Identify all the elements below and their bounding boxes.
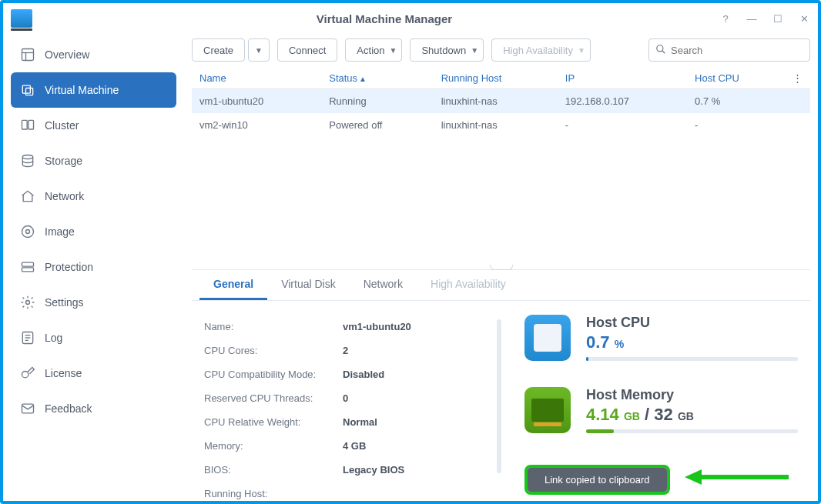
close-icon[interactable]: ✕ (798, 13, 810, 25)
kv-key: CPU Relative Weight: (204, 416, 343, 428)
sidebar-label: Virtual Machine (45, 84, 119, 96)
storage-icon (20, 153, 35, 169)
sidebar-label: Image (45, 225, 75, 238)
toolbar: Create ▼ Connect Action▼ Shutdown▼ High … (192, 38, 810, 62)
cluster-icon (20, 118, 35, 133)
svg-point-7 (22, 155, 32, 159)
col-host[interactable]: Running Host (434, 68, 558, 89)
connect-button[interactable]: Connect (277, 38, 337, 62)
kv-value: vm1-ubuntu20 (343, 321, 411, 332)
sidebar-item-virtual-machine[interactable]: Virtual Machine (11, 72, 176, 108)
sidebar-item-protection[interactable]: Protection (11, 249, 176, 285)
create-button[interactable]: Create (192, 38, 245, 62)
tab-network[interactable]: Network (350, 270, 417, 300)
cell-ip: 192.168.0.107 (558, 89, 687, 114)
minimize-icon[interactable]: ― (746, 13, 758, 25)
cell-host: linuxhint-nas (434, 89, 558, 114)
kv-value: 0 (343, 392, 348, 404)
sidebar-item-cluster[interactable]: Cluster (11, 108, 176, 143)
chevron-down-icon: ▼ (255, 46, 263, 55)
sidebar-label: Overview (45, 48, 89, 61)
svg-point-19 (657, 45, 663, 51)
chevron-down-icon: ▼ (390, 46, 397, 55)
cell-name: vm2-win10 (192, 113, 321, 137)
chevron-down-icon: ▼ (471, 46, 478, 55)
svg-rect-6 (28, 120, 34, 129)
create-dropdown[interactable]: ▼ (248, 38, 270, 62)
sidebar-item-log[interactable]: Log (11, 320, 176, 355)
vm-icon (20, 82, 35, 98)
svg-rect-10 (22, 262, 34, 266)
col-ip[interactable]: IP (558, 68, 687, 89)
app-window: Virtual Machine Manager ? ― ☐ ✕ Overview… (0, 0, 821, 504)
table-row[interactable]: vm2-win10 Powered off linuxhint-nas - - (192, 113, 810, 137)
col-more[interactable]: ⋮ (785, 68, 810, 89)
kv-value: 4 GB (343, 440, 366, 452)
shutdown-button[interactable]: Shutdown▼ (410, 38, 484, 62)
network-icon (20, 189, 35, 204)
main-panel: Create ▼ Connect Action▼ Shutdown▼ High … (184, 34, 818, 501)
table-row[interactable]: vm1-ubuntu20 Running linuxhint-nas 192.1… (192, 89, 810, 114)
sidebar-item-overview[interactable]: Overview (11, 37, 176, 72)
high-availability-button[interactable]: High Availability▼ (491, 38, 591, 62)
sort-asc-icon: ▲ (359, 75, 367, 83)
action-button[interactable]: Action▼ (345, 38, 402, 62)
kv-key: CPU Compatibility Mode: (204, 369, 343, 380)
kv-key: Memory: (204, 440, 343, 452)
sidebar-item-network[interactable]: Network (11, 179, 176, 214)
search-icon (655, 44, 666, 57)
svg-rect-3 (22, 85, 30, 93)
memory-chip-icon (524, 387, 571, 433)
kv-value: Legacy BIOS (343, 464, 404, 476)
sidebar-item-settings[interactable]: Settings (11, 285, 176, 320)
cell-status: Running (321, 89, 433, 114)
svg-rect-11 (22, 268, 34, 272)
progress-bar (586, 357, 798, 361)
cell-cpu: 0.7 % (687, 89, 785, 114)
svg-point-12 (26, 301, 30, 305)
license-icon (20, 365, 35, 381)
progress-bar (586, 429, 798, 433)
stat-title: Host Memory (586, 387, 798, 403)
col-cpu[interactable]: Host CPU (687, 68, 785, 89)
col-name[interactable]: Name (192, 68, 321, 89)
search-box[interactable] (648, 38, 810, 62)
app-logo-icon (11, 9, 32, 28)
sidebar-label: Network (45, 190, 84, 202)
svg-point-9 (26, 230, 30, 234)
tab-high-availability: High Availability (417, 270, 520, 300)
cell-name: vm1-ubuntu20 (192, 89, 321, 114)
sidebar-item-image[interactable]: Image (11, 214, 176, 249)
sidebar-item-license[interactable]: License (11, 355, 176, 391)
help-icon[interactable]: ? (719, 13, 732, 25)
resize-handle[interactable] (490, 265, 513, 271)
svg-rect-0 (22, 49, 34, 61)
chevron-down-icon: ▼ (578, 46, 585, 55)
feedback-icon (20, 401, 35, 416)
tab-general[interactable]: General (199, 270, 267, 300)
sidebar-label: Cluster (45, 119, 79, 132)
annotation-arrow-icon (685, 466, 793, 489)
protection-icon (20, 259, 35, 275)
sidebar-item-storage[interactable]: Storage (11, 143, 176, 179)
svg-marker-22 (685, 469, 702, 485)
sidebar-label: Settings (45, 296, 84, 309)
col-status[interactable]: Status▲ (321, 68, 433, 89)
stat-memory: Host Memory 4.14 GB / 32 GB (524, 387, 798, 433)
svg-rect-18 (22, 404, 34, 413)
stat-value: 0.7 % (586, 332, 798, 352)
cell-cpu: - (687, 113, 785, 137)
tab-virtual-disk[interactable]: Virtual Disk (267, 270, 350, 300)
svg-rect-4 (26, 88, 33, 95)
svg-point-8 (22, 226, 34, 238)
svg-line-20 (662, 50, 665, 53)
search-input[interactable] (671, 45, 803, 56)
scrollbar[interactable] (497, 319, 501, 473)
image-icon (20, 224, 35, 239)
sidebar-label: Feedback (45, 402, 92, 415)
window-title: Virtual Machine Manager (49, 12, 719, 25)
sidebar-item-feedback[interactable]: Feedback (11, 391, 176, 426)
settings-icon (20, 295, 35, 310)
stat-cpu: Host CPU 0.7 % (524, 315, 798, 361)
maximize-icon[interactable]: ☐ (772, 13, 784, 25)
